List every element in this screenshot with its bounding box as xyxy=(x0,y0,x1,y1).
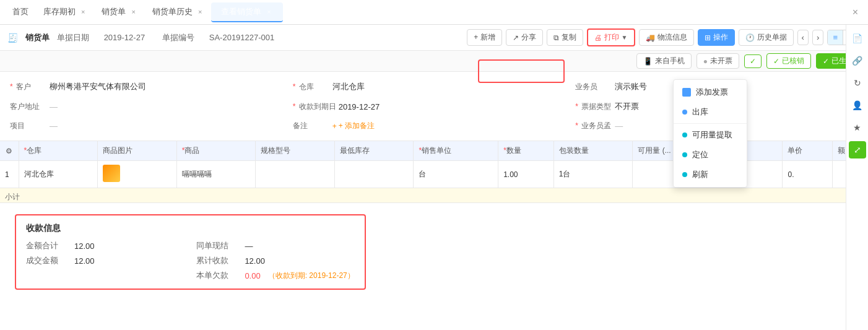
prev-button[interactable]: ‹ xyxy=(797,30,809,45)
next-button[interactable]: › xyxy=(812,30,823,45)
tab-sales-close[interactable]: × xyxy=(129,7,137,16)
payment-title: 收款信息 xyxy=(26,223,355,234)
operations-dropdown: 添加发票 出库 可用量提取 定位 刷新 xyxy=(673,79,747,188)
share-button[interactable]: ↗ 分享 xyxy=(506,29,543,46)
tab-check-sales-close[interactable]: × xyxy=(265,7,272,16)
add-note-button[interactable]: + + 添加备注 xyxy=(332,121,375,131)
status-bar: 📱 来自手机 ● 未开票 ✓ ✓ 已核销 ✓ 已生效 xyxy=(0,51,868,72)
close-all-button[interactable]: × xyxy=(848,4,863,20)
locate-item[interactable]: 定位 xyxy=(674,145,747,165)
tab-inventory-close[interactable]: × xyxy=(79,7,87,16)
address-field: 客户地址 — xyxy=(10,99,293,114)
col-sales-unit: *销售单位 xyxy=(414,141,498,161)
col-spec: 规格型号 xyxy=(256,141,335,161)
refresh-item[interactable]: 刷新 xyxy=(674,165,747,185)
due-note: （收款到期: 2019-12-27） xyxy=(268,271,355,281)
phone-icon: 📱 xyxy=(643,57,653,66)
doc-title: 销货单 xyxy=(25,32,50,43)
cumulative-receipt-value: 12.00 xyxy=(245,256,265,266)
payment-grid: 金额合计 12.00 同单现结 — 成交金额 12.00 累计收款 12.00 … xyxy=(26,240,355,281)
tab-sales-history[interactable]: 销货单历史 × xyxy=(145,1,211,24)
amount-total-label: 金额合计 xyxy=(26,240,69,251)
history-button[interactable]: 🕐 历史单据 xyxy=(739,29,794,46)
toolbar: 🧾 销货单 单据日期 2019-12-27 单据编号 SA-20191227-0… xyxy=(0,25,868,51)
tab-check-sales[interactable]: 查看销货单 × xyxy=(211,2,282,22)
check-voided-icon: ✓ xyxy=(773,57,779,66)
print-button[interactable]: 🖨 打印 ▼ xyxy=(587,28,635,46)
row-pack-qty: 1台 xyxy=(553,161,633,188)
new-button[interactable]: + 新增 xyxy=(467,29,501,46)
toolbar-actions: + 新增 ↗ 分享 ⧉ 复制 🖨 打印 ▼ 🚚 物流信息 ⊞ 操作 xyxy=(467,28,861,46)
logistics-button[interactable]: 🚚 物流信息 xyxy=(639,29,694,46)
col-min-stock: 最低库存 xyxy=(334,141,414,161)
outbound-icon xyxy=(682,110,687,115)
payment-box: 收款信息 金额合计 12.00 同单现结 — 成交金额 12.00 累计收款 1… xyxy=(15,214,366,290)
amount-total-value: 12.00 xyxy=(74,241,95,251)
tab-sales[interactable]: 销货单 × xyxy=(94,1,144,24)
subtotal-row: 小计 xyxy=(0,188,868,204)
sidebar-doc-icon[interactable]: 📄 xyxy=(849,30,866,47)
address-value[interactable]: — xyxy=(50,102,58,111)
transaction-settlement-label: 同单现结 xyxy=(196,240,240,251)
sidebar-star-icon[interactable]: ★ xyxy=(849,119,866,136)
outbound-item[interactable]: 出库 xyxy=(674,102,747,122)
ticket-type-value[interactable]: 不开票 xyxy=(615,101,639,112)
sidebar-link-icon[interactable]: 🔗 xyxy=(849,52,866,69)
invoice-icon xyxy=(682,88,691,97)
cumulative-receipt-label: 累计收款 xyxy=(196,255,240,266)
confirm-button[interactable]: ✓ xyxy=(744,54,762,68)
customer-field: * 客户 柳州粤港平安气体有限公司 xyxy=(10,79,293,94)
main-content: 🧾 销货单 单据日期 2019-12-27 单据编号 SA-20191227-0… xyxy=(0,25,868,330)
locate-icon xyxy=(682,152,687,157)
due-date-value[interactable]: 2019-12-27 xyxy=(339,102,380,111)
row-unit-price: 0. xyxy=(783,161,832,188)
voided-button[interactable]: ✓ 已核销 xyxy=(766,53,811,69)
current-due-row: 本单欠款 0.00 （收款到期: 2019-12-27） xyxy=(196,270,354,281)
transaction-amount-label: 成交金额 xyxy=(26,255,69,266)
col-unit-price: 单价 xyxy=(783,141,832,161)
copy-icon: ⧉ xyxy=(553,33,559,42)
row-min-stock xyxy=(334,161,414,188)
print-icon: 🖨 xyxy=(594,33,602,42)
operations-button[interactable]: ⊞ 操作 xyxy=(698,29,735,46)
list-view-button[interactable]: ≡ xyxy=(828,30,843,45)
tab-inventory[interactable]: 库存期初 × xyxy=(36,1,94,24)
doc-icon: 🧾 xyxy=(7,33,18,43)
biz-staff-value[interactable]: — xyxy=(615,121,623,131)
product-image xyxy=(103,165,120,182)
staff-value[interactable]: 演示账号 xyxy=(615,81,647,92)
warehouse-value[interactable]: 河北仓库 xyxy=(332,81,365,92)
row-product-img xyxy=(98,161,177,188)
transaction-settlement-value: — xyxy=(245,241,253,251)
sidebar-user-icon[interactable]: 👤 xyxy=(849,97,866,114)
available-qty-item[interactable]: 可用量提取 xyxy=(674,125,747,145)
transaction-settlement-row: 同单现结 — xyxy=(196,240,354,251)
tab-sales-history-close[interactable]: × xyxy=(196,7,204,16)
row-product: 嗝嗝嗝嗝 xyxy=(176,161,256,188)
customer-value[interactable]: 柳州粤港平安气体有限公司 xyxy=(50,81,146,92)
project-field: 项目 — xyxy=(10,119,293,133)
not-opened-button[interactable]: ● 未开票 xyxy=(697,53,739,69)
check-effective-icon: ✓ xyxy=(823,57,829,66)
check-icon: ✓ xyxy=(750,57,756,66)
transaction-amount-row: 成交金额 12.00 xyxy=(26,255,184,266)
doc-date-label: 单据日期 2019-12-27 xyxy=(57,32,155,43)
operations-icon: ⊞ xyxy=(705,33,711,42)
row-sales-unit: 台 xyxy=(414,161,498,188)
project-value[interactable]: — xyxy=(50,121,58,131)
row-quantity: 1.00 xyxy=(498,161,554,188)
row-seq: 1 xyxy=(0,161,19,188)
row-spec xyxy=(256,161,335,188)
available-qty-icon xyxy=(682,132,687,137)
sidebar-refresh-icon[interactable]: ↻ xyxy=(849,74,866,92)
col-product-img: 商品图片 xyxy=(98,141,177,161)
tab-home[interactable]: 首页 xyxy=(5,1,36,24)
sidebar-expand-icon[interactable]: ⤢ xyxy=(849,141,866,158)
add-invoice-item[interactable]: 添加发票 xyxy=(674,82,747,102)
doc-info: 🧾 销货单 单据日期 2019-12-27 单据编号 SA-20191227-0… xyxy=(7,32,462,43)
from-phone-button[interactable]: 📱 来自手机 xyxy=(636,53,692,69)
copy-button[interactable]: ⧉ 复制 xyxy=(547,29,583,46)
warehouse-field: * 仓库 河北仓库 xyxy=(293,79,576,94)
tab-bar: 首页 库存期初 × 销货单 × 销货单历史 × 查看销货单 × × xyxy=(0,0,868,25)
plus-icon: + xyxy=(332,122,337,131)
